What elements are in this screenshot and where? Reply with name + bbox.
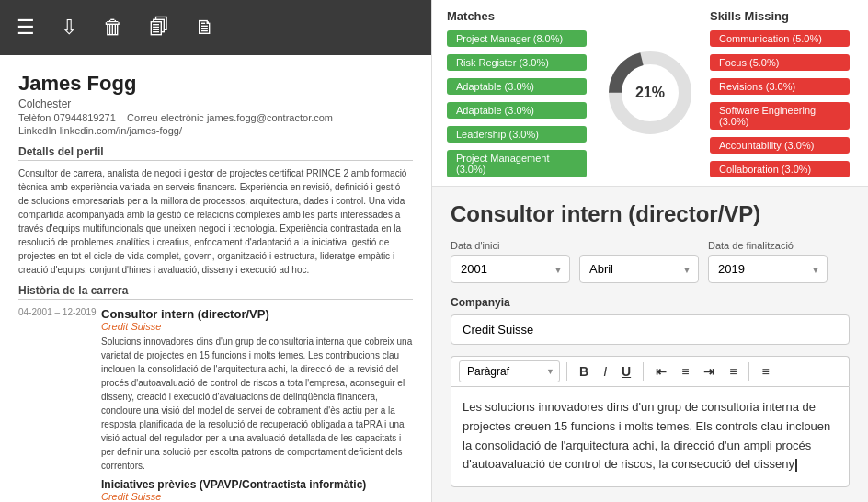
download-icon[interactable]: ⇩ — [61, 16, 77, 40]
linkedin-label: LinkedIn — [18, 125, 57, 136]
match-tag-0[interactable]: Project Manager (8.0%) — [447, 30, 587, 47]
donut-chart: 21% — [604, 47, 696, 139]
matches-label: Matches — [447, 9, 590, 23]
phone-value: 07944819271 — [54, 112, 116, 123]
year-start-select[interactable]: 2001 — [451, 255, 570, 283]
left-panel: ☰ ⇩ 🗑 🗐 🗎 James Fogg Colchester Telèfon … — [0, 0, 432, 502]
date-month-spacer — [579, 240, 699, 251]
month-start-select[interactable]: Abril — [579, 255, 699, 283]
right-panel: Matches Project Manager (8.0%) Risk Regi… — [432, 0, 868, 502]
editor-text: Les solucions innovadores dins d'un grup… — [463, 400, 830, 471]
company-input[interactable] — [451, 314, 850, 345]
editor-toolbar: Paràgraf B I U ⇤ ≡ ⇥ ≡ ≡ — [451, 356, 850, 386]
match-tag-4[interactable]: Leadership (3.0%) — [447, 126, 587, 143]
date-end-group: Data de finalització 2019 — [708, 240, 828, 283]
skills-missing-label: Skills Missing — [710, 9, 853, 23]
missing-tag-1[interactable]: Focus (5.0%) — [710, 54, 850, 71]
charts-row: Matches Project Manager (8.0%) Risk Regi… — [432, 0, 868, 187]
date-start-group: Data d'inici 2001 — [451, 240, 570, 283]
career-main-1: Consultor intern (director/VP) Credit Su… — [101, 307, 413, 502]
date-start-label: Data d'inici — [451, 240, 570, 251]
bold-button[interactable]: B — [574, 361, 594, 382]
align-right-button[interactable]: ⇥ — [698, 361, 720, 382]
match-tag-3[interactable]: Adaptable (3.0%) — [447, 102, 587, 119]
match-tags: Project Manager (8.0%) Risk Register (3.… — [447, 30, 590, 181]
match-tag-5[interactable]: Project Management (3.0%) — [447, 150, 587, 177]
add-document-icon[interactable]: 🗎 — [195, 16, 215, 40]
missing-tag-4[interactable]: Accountability (3.0%) — [710, 137, 850, 154]
career-item-1: 04-2001 – 12-2019 Consultor intern (dire… — [18, 307, 413, 502]
matches-section: Matches Project Manager (8.0%) Risk Regi… — [447, 9, 590, 177]
role-title: Consultor intern (director/VP) — [451, 201, 850, 227]
text-cursor — [795, 459, 797, 472]
menu-icon[interactable]: ☰ — [17, 16, 35, 40]
career-desc-1: Solucions innovadores dins d'un grup de … — [101, 335, 413, 473]
align-center-button[interactable]: ≡ — [676, 361, 694, 382]
career-role-1: Consultor intern (director/VP) — [101, 307, 413, 321]
underline-button[interactable]: U — [616, 361, 636, 382]
email-label: Correu electrònic — [127, 112, 204, 123]
career-section-title: Història de la carrera — [18, 284, 413, 300]
cv-content: James Fogg Colchester Telèfon 0794481927… — [0, 55, 431, 502]
date-end-label: Data de finalització — [708, 240, 828, 251]
missing-tags: Communication (5.0%) Focus (5.0%) Revisi… — [710, 30, 853, 181]
phone-label: Telèfon — [18, 112, 51, 123]
year-end-wrapper: 2019 — [708, 255, 828, 283]
copy-icon[interactable]: 🗐 — [149, 16, 169, 40]
cv-location: Colchester — [18, 97, 413, 110]
toolbar-separator-1 — [566, 362, 567, 381]
cv-contact: Telèfon 07944819271 Correu electrònic ja… — [18, 112, 413, 123]
month-start-wrapper: Abril — [579, 255, 699, 283]
paragraph-select[interactable]: Paràgraf — [459, 360, 560, 382]
date-row: Data d'inici 2001 Abril Data de finalitz… — [451, 240, 850, 283]
italic-button[interactable]: I — [598, 361, 612, 382]
cv-profile-text: Consultor de carrera, analista de negoci… — [18, 166, 413, 277]
match-tag-2[interactable]: Adaptable (3.0%) — [447, 78, 587, 95]
editor-content[interactable]: Les solucions innovadores dins d'un grup… — [451, 386, 850, 487]
email-value: james.fogg@contractor.com — [207, 112, 333, 123]
missing-tag-3[interactable]: Software Engineering (3.0%) — [710, 102, 850, 130]
paragraph-select-wrapper: Paràgraf — [459, 360, 560, 382]
missing-tag-5[interactable]: Collaboration (3.0%) — [710, 161, 850, 177]
company-label: Companyia — [451, 296, 850, 309]
career-date-1: 04-2001 – 12-2019 — [18, 307, 97, 317]
company-group: Companyia — [451, 296, 850, 345]
cv-name: James Fogg — [18, 72, 413, 96]
donut-section: 21% — [590, 9, 710, 177]
align-justify-button[interactable]: ≡ — [724, 361, 742, 382]
career-sub-role-1: Iniciatives prèvies (VPAVP/Contractista … — [101, 478, 413, 491]
profile-section-title: Detalls del perfil — [18, 145, 413, 161]
career-company-1: Credit Suisse — [101, 321, 413, 332]
trash-icon[interactable]: 🗑 — [103, 16, 123, 40]
year-end-select[interactable]: 2019 — [708, 255, 828, 283]
missing-tag-2[interactable]: Revisions (3.0%) — [710, 78, 850, 95]
missing-tag-0[interactable]: Communication (5.0%) — [710, 30, 850, 47]
linkedin-value: linkedin.com/in/james-fogg/ — [60, 125, 182, 136]
toolbar-separator-3 — [748, 362, 749, 381]
toolbar: ☰ ⇩ 🗑 🗐 🗎 — [0, 0, 431, 55]
year-start-wrapper: 2001 — [451, 255, 570, 283]
skills-missing-section: Skills Missing Communication (5.0%) Focu… — [710, 9, 853, 177]
toolbar-separator-2 — [643, 362, 644, 381]
align-left-button[interactable]: ⇤ — [650, 361, 672, 382]
career-sub-company-1: Credit Suisse — [101, 491, 413, 502]
list-button[interactable]: ≡ — [756, 361, 774, 382]
cv-linkedin: LinkedIn linkedin.com/in/james-fogg/ — [18, 125, 413, 136]
donut-label: 21% — [635, 85, 665, 101]
edit-area: Consultor intern (director/VP) Data d'in… — [432, 187, 868, 502]
match-tag-1[interactable]: Risk Register (3.0%) — [447, 54, 587, 71]
date-month-group: Abril — [579, 240, 699, 283]
